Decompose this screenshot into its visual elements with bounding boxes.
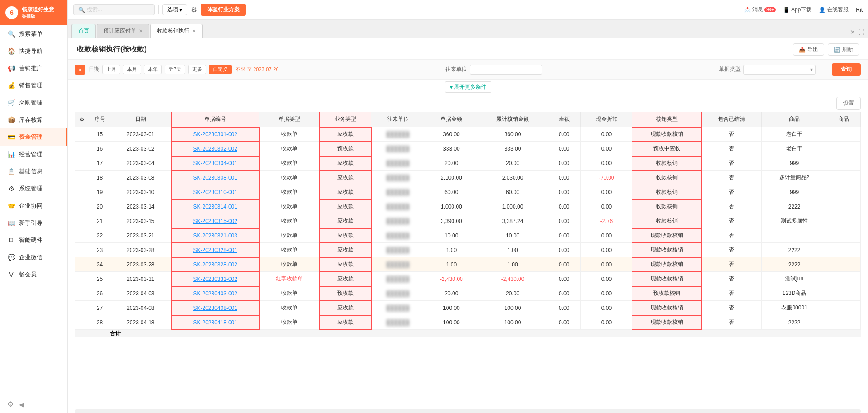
sidebar-item-system[interactable]: ⚙ 系统管理: [0, 180, 67, 197]
app-download-button[interactable]: 📱 App下载: [783, 6, 811, 14]
export-button[interactable]: 📤 导出: [793, 43, 824, 56]
td-bill-amount: 100.00: [425, 315, 478, 330]
topbar-gear-icon[interactable]: ⚙: [191, 5, 197, 14]
td-goods: 老白干: [762, 142, 827, 156]
td-no: 19: [90, 185, 110, 199]
sidebar-item-inventory[interactable]: 📦 库存核算: [0, 111, 67, 128]
finance-icon: 💳: [7, 133, 15, 141]
table-row: 28 2023-04-18 SK-20230418-001 收款单 应收款 ██…: [75, 315, 861, 330]
th-cancel-type: 核销类型: [632, 112, 701, 127]
th-no: 序号: [90, 112, 110, 127]
tab-receipt-close-icon[interactable]: ✕: [192, 28, 196, 33]
ops-icon: 📊: [7, 150, 15, 158]
tab-home[interactable]: 首页: [71, 24, 96, 38]
td-bill-amount: 2,100.00: [425, 171, 478, 185]
tab-prepay-close-icon[interactable]: ✕: [139, 28, 142, 33]
sidebar-item-search[interactable]: 🔍 搜索菜单: [0, 25, 67, 43]
td-cancel-type: 预收中应收: [632, 142, 701, 156]
th-include-settled: 包含已结清: [701, 112, 761, 127]
td-bill-no: SK-20230403-002: [171, 286, 259, 301]
sidebar-item-enterprise[interactable]: 🤝 企业协同: [0, 197, 67, 214]
sidebar-item-purchase[interactable]: 🛒 采购管理: [0, 94, 67, 111]
sidebar-item-sales[interactable]: 💰 销售管理: [0, 77, 67, 94]
td-include-settled: 否: [701, 142, 761, 156]
table-header-row: ⚙ 序号 日期 单据编号 单据类型 业务类型 往来单位 单据金额 累计核销金额 …: [75, 112, 861, 127]
topbar-dropdown[interactable]: 选项 ▾: [162, 4, 187, 15]
sidebar-item-finance[interactable]: 💳 资金管理: [0, 128, 67, 146]
tab-controls: ✕ ⛶: [850, 28, 864, 38]
td-cancel-type: 收款核销: [632, 171, 701, 185]
filter-this-year[interactable]: 本年: [144, 65, 162, 74]
table-footer-row: 合计: [75, 330, 861, 338]
footer-label: [75, 330, 110, 338]
sidebar-item-quicknav[interactable]: 🏠 快捷导航: [0, 43, 67, 60]
table-row: 15 2023-03-01 SK-20230301-002 收款单 应收款 ██…: [75, 127, 861, 142]
close-all-icon[interactable]: ✕: [850, 28, 855, 36]
th-bill-amount: 单据金额: [425, 112, 478, 127]
topbar-search[interactable]: 🔍 搜索...: [73, 4, 155, 15]
td-no: 20: [90, 199, 110, 214]
sidebar-item-guide[interactable]: 📖 新手引导: [0, 214, 67, 232]
td-goods: 2222: [762, 315, 827, 330]
td-no: 21: [90, 214, 110, 228]
tab-prepay[interactable]: 预计应应付单 ✕: [97, 24, 149, 38]
refresh-button[interactable]: 🔄 刷新: [828, 43, 859, 56]
td-goods2: [827, 156, 860, 171]
td-partner: ██████: [371, 185, 425, 199]
td-include-settled: 否: [701, 272, 761, 286]
td-bill-type: 收款单: [259, 185, 320, 199]
td-bill-amount: 10.00: [425, 228, 478, 243]
td-bill-amount: 100.00: [425, 301, 478, 315]
sidebar-item-operations[interactable]: 📊 经营管理: [0, 146, 67, 163]
th-accum-amount: 累计核销金额: [478, 112, 547, 127]
sidebar-item-hardware[interactable]: 🖥 智能硬件: [0, 232, 67, 249]
filter-custom[interactable]: 自定义: [209, 65, 232, 74]
sidebar-item-basic[interactable]: 📋 基础信息: [0, 163, 67, 180]
th-gear[interactable]: ⚙: [75, 112, 90, 127]
td-partner: ██████: [371, 214, 425, 228]
td-goods: 测试jun: [762, 272, 827, 286]
column-settings-button[interactable]: 设置: [836, 97, 861, 110]
td-gear: [75, 142, 90, 156]
th-bill-type: 单据类型: [259, 112, 320, 127]
filter-last7[interactable]: 近7天: [165, 65, 185, 74]
tabbar: 首页 预计应应付单 ✕ 收款核销执行 ✕ ✕ ⛶: [68, 20, 868, 38]
td-partner: ██████: [371, 243, 425, 257]
td-accum-amount: 20.00: [478, 286, 547, 301]
settings-gear-icon[interactable]: ⚙: [7, 400, 14, 408]
horizontal-scrollbar[interactable]: [75, 409, 861, 413]
expand-conditions-button[interactable]: ▾ 展开更多条件: [445, 81, 491, 93]
sidebar-item-wechat[interactable]: 💬 企业微信: [0, 249, 67, 266]
td-goods: 123D商品: [762, 286, 827, 301]
th-balance: 余额: [547, 112, 581, 127]
maximize-icon[interactable]: ⛶: [858, 28, 864, 36]
topbar-right: 📩 消息 99+ 📱 App下载 👤 在线客服 Rit: [744, 6, 863, 14]
tab-receipt[interactable]: 收款核销执行 ✕: [150, 24, 203, 38]
td-date: 2023-03-02: [110, 142, 171, 156]
td-gear: [75, 315, 90, 330]
sidebar-item-member[interactable]: V 畅会员: [0, 266, 67, 283]
query-button[interactable]: 查询: [832, 63, 861, 76]
td-bill-no: SK-20230408-001: [171, 301, 259, 315]
td-bill-amount: 1.00: [425, 257, 478, 272]
td-cancel-type: 现款收款核销: [632, 228, 701, 243]
bill-type-select[interactable]: [743, 65, 816, 75]
td-include-settled: 否: [701, 214, 761, 228]
filter-dots[interactable]: ...: [545, 66, 552, 73]
filter-this-month[interactable]: 本月: [123, 65, 141, 74]
collapse-arrow-icon[interactable]: ◀: [19, 401, 24, 408]
data-table-container[interactable]: ⚙ 序号 日期 单据编号 单据类型 业务类型 往来单位 单据金额 累计核销金额 …: [68, 112, 868, 409]
td-bill-amount: 333.00: [425, 142, 478, 156]
td-accum-amount: 10.00: [478, 228, 547, 243]
industry-solution-button[interactable]: 体验行业方案: [201, 4, 246, 16]
partner-input[interactable]: [470, 65, 542, 75]
notification-button[interactable]: 📩 消息 99+: [744, 6, 776, 14]
data-table: ⚙ 序号 日期 单据编号 单据类型 业务类型 往来单位 单据金额 累计核销金额 …: [75, 112, 861, 337]
filter-more[interactable]: 更多: [188, 65, 206, 74]
sidebar-item-marketing[interactable]: 📢 营销推广: [0, 60, 67, 77]
td-date: 2023-04-08: [110, 301, 171, 315]
collapse-filter-btn[interactable]: »: [75, 65, 85, 75]
filter-last-month[interactable]: 上月: [102, 65, 120, 74]
online-service-button[interactable]: 👤 在线客服: [819, 6, 849, 14]
filter-date-display: 不限 至 2023-07-26: [236, 66, 278, 73]
